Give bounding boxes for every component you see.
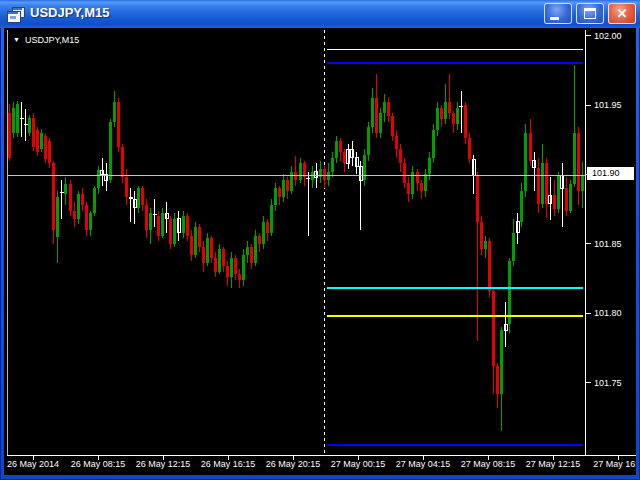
candle <box>44 133 47 164</box>
candle <box>113 91 116 127</box>
candle <box>533 152 536 191</box>
candle <box>557 172 560 214</box>
candle <box>169 216 172 249</box>
candle <box>93 186 96 217</box>
candle <box>85 202 88 235</box>
candle <box>218 244 221 275</box>
candle <box>28 115 31 136</box>
candle <box>379 108 382 139</box>
minimize-button[interactable] <box>544 3 572 24</box>
candle <box>440 105 443 127</box>
plot-frame <box>7 30 636 456</box>
candle <box>222 247 225 272</box>
candles <box>8 65 584 432</box>
candle <box>436 102 439 135</box>
chart-window-icon[interactable] <box>7 7 24 21</box>
candle <box>149 208 152 244</box>
candle <box>182 211 185 239</box>
axis-ticks <box>33 36 618 460</box>
price-axis-label: 101.95 <box>594 100 622 110</box>
candle <box>210 236 213 264</box>
candlestick-chart[interactable] <box>4 28 636 475</box>
candle <box>553 180 556 216</box>
candle <box>343 149 346 171</box>
candle <box>311 166 314 188</box>
price-axis-label: 102.00 <box>594 31 622 41</box>
candle <box>52 161 55 244</box>
candle <box>504 302 507 346</box>
candle <box>24 109 28 141</box>
chart-window: USDJPY,M15 ✕ ▼USDJPY,M15 102.00101.95101… <box>0 0 640 480</box>
candle <box>125 169 128 205</box>
candle <box>452 111 455 133</box>
candle <box>69 180 72 216</box>
candle <box>294 156 297 185</box>
candle <box>250 244 253 269</box>
candle <box>444 84 447 124</box>
candle <box>64 177 67 205</box>
title-bar[interactable]: USDJPY,M15 ✕ <box>0 0 640 28</box>
window-title: USDJPY,M15 <box>30 5 109 20</box>
candle <box>512 219 515 266</box>
current-price-badge: 101.90 <box>587 167 634 180</box>
candle <box>101 158 104 186</box>
candle <box>319 161 322 183</box>
maximize-button[interactable] <box>576 3 604 24</box>
candle <box>331 152 334 177</box>
candle <box>549 177 552 220</box>
candle <box>246 241 249 263</box>
candle <box>347 144 350 169</box>
candle <box>129 188 133 221</box>
candle <box>230 252 233 288</box>
candle <box>339 138 342 160</box>
close-button[interactable]: ✕ <box>608 3 636 24</box>
candle <box>190 230 193 261</box>
candle <box>383 94 386 122</box>
candle <box>97 166 100 194</box>
candle <box>545 158 548 218</box>
candle <box>20 102 24 137</box>
candle <box>117 98 120 152</box>
candle <box>77 191 80 224</box>
maximize-icon <box>584 8 596 19</box>
candle <box>355 152 358 174</box>
candle <box>569 180 572 213</box>
candle <box>484 236 487 258</box>
symbol-label-text: USDJPY,M15 <box>25 35 79 45</box>
candle <box>565 177 568 216</box>
candle <box>73 202 76 227</box>
candle <box>60 180 64 219</box>
candle <box>48 138 51 167</box>
candle <box>194 222 197 258</box>
candle <box>198 224 201 252</box>
candle <box>133 191 136 224</box>
candle <box>492 288 495 394</box>
candle <box>105 163 108 191</box>
candle <box>278 186 281 205</box>
candle <box>468 133 471 164</box>
candle <box>448 74 451 118</box>
icon-front-window <box>7 11 21 23</box>
candle <box>464 102 467 144</box>
candle <box>323 166 326 188</box>
candle <box>234 255 237 280</box>
candle <box>359 161 362 230</box>
candle <box>226 261 229 286</box>
candle <box>161 208 164 239</box>
candle <box>524 124 527 196</box>
candle <box>335 136 338 164</box>
candle <box>303 161 306 186</box>
candle <box>290 166 293 194</box>
candle <box>262 216 265 249</box>
candle <box>36 127 39 156</box>
candle <box>403 158 406 189</box>
time-axis-label: 27 May 16:1 <box>576 459 636 469</box>
candle <box>472 155 475 194</box>
candle <box>16 101 19 137</box>
candle <box>145 199 148 238</box>
dropdown-arrow-icon: ▼ <box>13 36 20 43</box>
candle <box>137 186 140 214</box>
close-icon: ✕ <box>617 6 628 21</box>
candle <box>416 169 419 191</box>
candle <box>12 102 15 138</box>
